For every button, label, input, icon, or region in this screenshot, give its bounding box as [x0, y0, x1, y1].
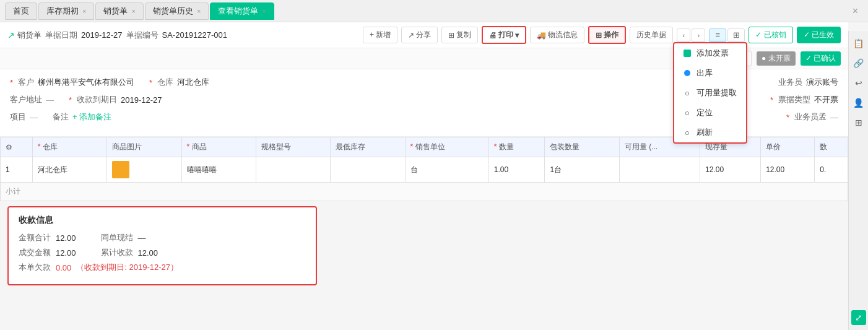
- confirm-button[interactable]: ✓ 已确认: [801, 51, 841, 66]
- cumulative-label: 累计收款: [101, 247, 133, 258]
- row-product[interactable]: 嘻嘻嘻嘻: [181, 157, 256, 183]
- row-available: [619, 157, 700, 183]
- effective-icon: ✓: [804, 30, 810, 39]
- cumulative-value: 12.00: [138, 248, 158, 258]
- print-dropdown-arrow: ▾: [515, 31, 519, 40]
- note-field: 备注 + 添加备注: [53, 111, 111, 123]
- payment-row-3: 本单欠款 0.00 （收款到期日: 2019-12-27）: [19, 262, 306, 273]
- sidebar-btn-5[interactable]: ⊞: [851, 115, 866, 130]
- print-icon: 🖨: [489, 31, 497, 40]
- due-date-required-mark: *: [69, 95, 72, 105]
- transaction-field: 成交金额 12.00: [19, 247, 76, 258]
- ticket-required-mark: *: [770, 95, 773, 105]
- address-field: 客户地址 —: [10, 94, 54, 105]
- confirm-icon: ✓: [805, 54, 812, 63]
- effective-label: 已生效: [812, 30, 834, 39]
- locate-item[interactable]: ○ 定位: [674, 103, 746, 123]
- sidebar-btn-4[interactable]: 👤: [851, 95, 866, 110]
- row-unit-price[interactable]: 12.00: [761, 157, 815, 183]
- customer-required-mark: *: [10, 78, 13, 87]
- tab-inventory-init[interactable]: 库存期初 ×: [38, 2, 94, 20]
- operate-button[interactable]: ⊞ 操作: [588, 26, 626, 44]
- products-table: ⚙ * 仓库 商品图片 * 商品 规格型号 最低库存 * 销售单位 * 数量 包…: [0, 137, 848, 201]
- copy-button[interactable]: ⊞ 复制: [441, 27, 478, 43]
- new-button[interactable]: + 新增: [363, 27, 397, 43]
- sidebar-btn-1[interactable]: 📋: [851, 36, 866, 51]
- project-value[interactable]: —: [30, 113, 38, 122]
- operate-label: 操作: [604, 30, 618, 40]
- tab-view-sales[interactable]: 查看销货单 ×: [210, 2, 274, 20]
- tab-inventory-init-close[interactable]: ×: [82, 7, 86, 15]
- customer-field: * 客户 柳州粤港平安气体有限公司: [10, 77, 134, 88]
- tab-bar: 首页 库存期初 × 销货单 × 销货单历史 × 查看销货单 × ×: [0, 0, 868, 22]
- address-label: 客户地址: [10, 94, 42, 105]
- tab-sales-order-close[interactable]: ×: [131, 7, 135, 15]
- tab-sales-history-close[interactable]: ×: [197, 7, 201, 15]
- customer-label: 客户: [18, 77, 34, 88]
- due-label: 本单欠款: [19, 262, 51, 273]
- sidebar-btn-2[interactable]: 🔗: [851, 56, 866, 71]
- number-value: SA-20191227-001: [162, 30, 228, 40]
- row-img: [107, 157, 181, 183]
- due-date-value[interactable]: 2019-12-27: [121, 95, 162, 105]
- list-view-button[interactable]: ≡: [709, 28, 726, 42]
- col-unit: * 销售单位: [405, 137, 488, 157]
- refresh-label: 刷新: [697, 127, 713, 138]
- warehouse-value[interactable]: 河北仓库: [177, 77, 209, 88]
- refresh-item[interactable]: ○ 刷新: [674, 123, 746, 142]
- ticket-type-value[interactable]: 不开票: [814, 94, 838, 105]
- subtotal-row: 小计: [1, 183, 848, 201]
- tab-home-label: 首页: [13, 6, 29, 17]
- add-invoice-item[interactable]: 添加发票: [674, 43, 746, 63]
- row-amount: 0.: [815, 157, 848, 183]
- share-button[interactable]: ↗ 分享: [401, 27, 438, 43]
- prev-button[interactable]: ‹: [677, 28, 690, 42]
- same-order-field: 同单现结 —: [101, 232, 146, 243]
- total-value: 12.00: [56, 233, 76, 243]
- salesman-label: 业务员孟: [794, 111, 827, 123]
- locate-label: 定位: [697, 107, 713, 118]
- staff-field: 业务员 演示账号: [778, 77, 838, 88]
- print-label: 打印: [498, 30, 513, 40]
- transaction-label: 成交金额: [19, 247, 51, 258]
- unopened-icon: ●: [762, 54, 766, 63]
- col-min-stock: 最低库存: [331, 137, 405, 157]
- salesman-required-mark: *: [786, 113, 789, 122]
- number-label: 单据编号: [126, 30, 158, 41]
- logistics-label: 物流信息: [548, 30, 578, 40]
- salesman-value[interactable]: —: [830, 113, 838, 122]
- effective-button[interactable]: ✓ 已生效: [797, 27, 841, 43]
- row-num: 1: [1, 157, 33, 183]
- sidebar-btn-3[interactable]: ↩: [851, 76, 866, 90]
- row-qty[interactable]: 1.00: [488, 157, 545, 183]
- col-pack-qty: 包装数量: [545, 137, 619, 157]
- window-close-button[interactable]: ×: [848, 6, 863, 17]
- tab-sales-history[interactable]: 销货单历史 ×: [145, 2, 209, 20]
- grid-view-button[interactable]: ⊞: [727, 28, 745, 42]
- staff-label: 业务员: [778, 77, 802, 88]
- tab-sales-order[interactable]: 销货单 ×: [95, 2, 143, 20]
- sidebar-btn-expand[interactable]: ⤢: [851, 310, 866, 325]
- address-value[interactable]: —: [46, 95, 54, 105]
- col-settings[interactable]: ⚙: [1, 137, 33, 157]
- outbound-icon: [683, 69, 692, 77]
- view-buttons: ≡ ⊞: [709, 28, 745, 42]
- add-note-button[interactable]: + 添加备注: [72, 111, 111, 123]
- tab-home[interactable]: 首页: [5, 2, 37, 20]
- outbound-item[interactable]: 出库: [674, 63, 746, 83]
- available-extract-item[interactable]: ○ 可用量提取: [674, 83, 746, 103]
- share-icon: ↗: [408, 31, 414, 40]
- history-button[interactable]: 历史单据: [630, 27, 673, 43]
- due-value: 0.00: [56, 263, 71, 272]
- note-label: 备注: [53, 111, 69, 123]
- logistics-button[interactable]: 🚚 物流信息: [530, 27, 584, 43]
- tab-view-sales-close[interactable]: ×: [262, 7, 266, 15]
- customer-value[interactable]: 柳州粤港平安气体有限公司: [38, 77, 134, 88]
- ticket-type-field: * 票据类型 不开票: [770, 94, 838, 105]
- print-button[interactable]: 🖨 打印 ▾: [482, 26, 526, 44]
- cancelled-button[interactable]: ✓ 已核销: [749, 27, 792, 43]
- col-img: 商品图片: [107, 137, 181, 157]
- unopened-button[interactable]: ● 未开票: [757, 51, 796, 66]
- next-button[interactable]: ›: [692, 28, 705, 42]
- tab-sales-history-label: 销货单历史: [153, 6, 193, 17]
